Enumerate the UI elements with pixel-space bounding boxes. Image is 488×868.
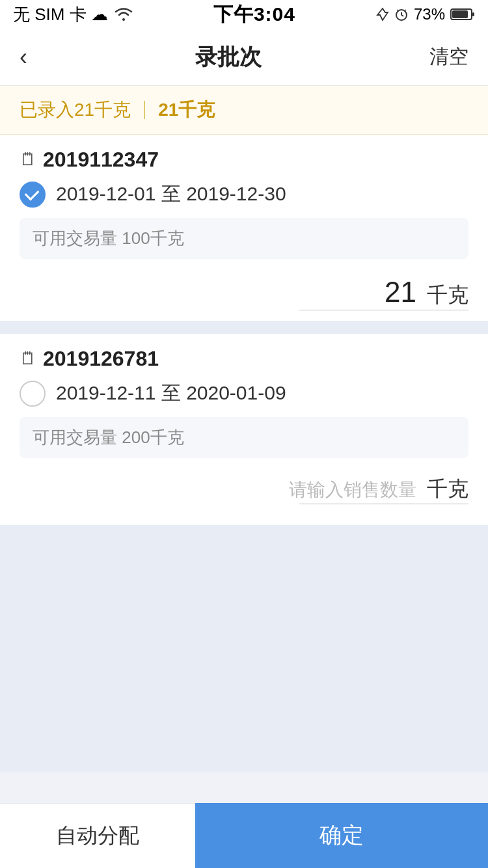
underline-2: [0, 504, 488, 515]
auto-distribute-button[interactable]: 自动分配: [0, 803, 195, 868]
confirm-button[interactable]: 确定: [195, 803, 488, 868]
wifi-icon: [115, 7, 133, 21]
batch-date-2: 2019-12-11 至 2020-01-09: [56, 380, 286, 407]
batch-item-1: 🗒 2019112347 2019-12-01 至 2019-12-30 可用交…: [0, 135, 488, 321]
clear-button[interactable]: 清空: [429, 44, 468, 70]
separator-1: [0, 321, 488, 334]
qty-value-1: 21: [385, 276, 416, 308]
batch-date-row-1: 2019-12-01 至 2019-12-30: [0, 178, 488, 215]
batch-icon-1: 🗒: [20, 150, 36, 170]
nav-bar: ‹ 录批次 清空: [0, 29, 488, 86]
radio-btn-2[interactable]: [20, 381, 46, 407]
batch-date-1: 2019-12-01 至 2019-12-30: [56, 181, 286, 208]
underline-1: [0, 310, 488, 321]
status-left: 无 SIM 卡 ☁: [13, 3, 133, 26]
summary-label: 已录入21千克: [20, 98, 131, 122]
batch-date-row-2: 2019-12-11 至 2020-01-09: [0, 377, 488, 414]
batch-qty-text-2: 可用交易量 200千克: [33, 427, 184, 447]
battery-percent: 73%: [414, 5, 445, 23]
summary-divider: [144, 101, 145, 119]
location-icon: [376, 7, 389, 21]
qty-input-row-2[interactable]: 请输入销售数量 千克: [0, 468, 488, 504]
batch-qty-text-1: 可用交易量 100千克: [33, 228, 184, 248]
radio-btn-1[interactable]: [20, 182, 46, 208]
unit-label-1: 千克: [427, 281, 468, 310]
back-button[interactable]: ‹: [20, 44, 27, 71]
batch-qty-row-1: 可用交易量 100千克: [20, 218, 468, 259]
svg-rect-6: [472, 12, 474, 16]
page-title: 录批次: [195, 42, 262, 72]
status-right: 73%: [376, 5, 475, 23]
batch-item-2: 🗒 2019126781 2019-12-11 至 2020-01-09 可用交…: [0, 334, 488, 525]
qty-input-row-1[interactable]: 21 千克: [0, 269, 488, 310]
status-time: 下午3:04: [213, 1, 295, 28]
alarm-icon: [394, 7, 409, 21]
unit-label-2: 千克: [427, 475, 468, 504]
batch-qty-row-2: 可用交易量 200千克: [20, 417, 468, 458]
sim-label: 无 SIM 卡 ☁: [13, 3, 108, 26]
batch-icon-2: 🗒: [20, 349, 36, 369]
batch-id-1: 2019112347: [43, 148, 159, 172]
summary-bar: 已录入21千克 21千克: [0, 86, 488, 135]
battery-icon: [450, 8, 475, 21]
spacer-2: [0, 515, 488, 525]
bottom-buttons: 自动分配 确定: [0, 803, 488, 868]
bottom-area: [0, 525, 488, 772]
svg-line-2: [401, 15, 403, 16]
svg-rect-7: [452, 10, 468, 18]
status-bar: 无 SIM 卡 ☁ 下午3:04 73%: [0, 0, 488, 29]
batch-id-2: 2019126781: [43, 347, 159, 371]
summary-value: 21千克: [158, 98, 215, 122]
batch-header-2: 🗒 2019126781: [0, 334, 488, 377]
qty-placeholder-2: 请输入销售数量: [289, 478, 416, 502]
batch-header-1: 🗒 2019112347: [0, 135, 488, 178]
